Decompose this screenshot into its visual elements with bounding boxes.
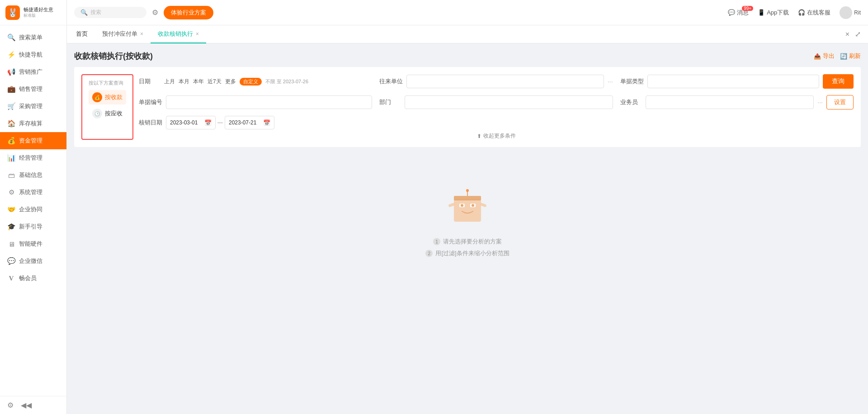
empty-hint-2-text: 用[过滤]条件来缩小分析范围 [435,249,509,257]
quicknav-icon: ⚡ [7,51,15,59]
date-separator: — [217,119,223,126]
solution-button[interactable]: 体验行业方案 [164,6,213,19]
user-info[interactable]: Rit [840,6,861,19]
sidebar-item-system[interactable]: ⚙ 系统管理 [0,184,66,201]
tab-prepay-close[interactable]: × [140,31,143,37]
service-item[interactable]: 🎧 在线客服 [798,9,830,17]
svg-rect-1 [454,196,481,200]
sidebar-item-inventory[interactable]: 🏠 库存核算 [0,115,66,132]
writeoff-end-date[interactable]: 2023-07-21 📅 [225,116,274,129]
sidebar-item-basic[interactable]: 🗃 基础信息 [0,167,66,184]
app-download-icon: 📱 [758,9,765,16]
date-tab-thismonth[interactable]: 本月 [179,77,189,86]
topbar-search-box[interactable]: 🔍 搜索 [74,7,146,18]
collapse-more-btn[interactable]: ⬆ 收起更多条件 [139,132,854,140]
tab-prepay[interactable]: 预付冲应付单 × [95,25,151,43]
staff-label: 业务员 [620,98,642,106]
logo: 🐰 畅捷通好生意 标准版 [0,0,66,25]
wechat-icon: 💬 [7,257,15,265]
sidebar-item-finance[interactable]: 💰 资金管理 [0,132,66,149]
sidebar-item-search[interactable]: 🔍 搜索菜单 [0,29,66,46]
date-tab-custom[interactable]: 自定义 [240,78,262,86]
avatar [840,6,852,19]
dept-select[interactable] [405,95,613,109]
dept-field: 部门 [379,95,613,109]
page-title: 收款核销执行(按收款) [74,51,153,62]
expand-window-icon[interactable]: ⤢ [853,28,863,40]
user-name: Rit [854,10,861,16]
sales-icon: 💼 [7,85,15,93]
writeoff-start-date[interactable]: 2023-03-01 📅 [166,116,216,129]
collapse-sidebar-icon[interactable]: ◀◀ [21,401,32,409]
staff-more-icon[interactable]: ··· [817,99,823,106]
setting-button[interactable]: 设置 [826,95,854,109]
sidebar-item-label: 智能硬件 [19,240,42,248]
sidebar-item-label: 销售管理 [19,85,42,93]
sidebar-item-quicknav[interactable]: ⚡ 快捷导航 [0,46,66,63]
sidebar-item-purchase[interactable]: 🛒 采购管理 [0,98,66,115]
payment-option-icon: 💰 [92,92,102,102]
filter-by-payment[interactable]: 💰 按收款 [89,90,126,105]
sidebar-item-hardware[interactable]: 🖥 智能硬件 [0,235,66,252]
sidebar-item-management[interactable]: 📊 经营管理 [0,149,66,167]
management-icon: 📊 [7,154,15,162]
date-field: 日期 上月 本月 本年 近7天 更多 自定义 不限 至 2023-07-26 [139,77,372,86]
counterparty-input[interactable] [406,75,604,88]
counterparty-more-icon[interactable]: ··· [608,78,613,85]
filter-by-receivable[interactable]: 🕒 按应收 [89,106,126,121]
writeoff-start-date-text: 2023-03-01 [170,119,198,126]
main-content: 🔍 搜索 ⚙ 体验行业方案 💬 消息 99+ 📱 App下载 🎧 在线客服 Ri… [67,0,868,414]
service-icon: 🎧 [798,9,805,16]
date-tab-lastmonth[interactable]: 上月 [164,77,175,86]
tab-home[interactable]: 首页 [69,25,95,43]
sidebar-item-label: 快捷导航 [19,51,42,59]
sidebar-item-member[interactable]: V 畅会员 [0,270,66,287]
guide-icon: 🎓 [7,223,15,231]
search-icon: 🔍 [80,9,88,16]
doctype-label: 单据类型 [620,77,644,86]
date-tab-thisyear[interactable]: 本年 [193,77,204,86]
sidebar-item-sales[interactable]: 💼 销售管理 [0,81,66,98]
svg-rect-0 [454,199,481,222]
counterparty-label: 往来单位 [379,77,403,86]
svg-point-4 [461,204,463,207]
refresh-button[interactable]: 🔄 刷新 [840,52,861,60]
close-window-icon[interactable]: × [844,29,851,40]
export-icon: 📤 [814,53,821,60]
member-icon: V [7,275,15,282]
doctype-field: 单据类型 查询 [620,74,854,89]
sidebar-item-guide[interactable]: 🎓 新手引导 [0,218,66,235]
collapse-label: 收起更多条件 [483,132,516,140]
filter-area: 按以下方案查询 💰 按收款 🕒 按应收 日期 上月 [74,67,861,147]
tab-writeoff-close[interactable]: × [196,31,199,37]
purchase-icon: 🛒 [7,102,15,110]
empty-state: 1 请先选择要分析的方案 2 用[过滤]条件来缩小分析范围 [74,147,861,294]
sidebar-item-label: 资金管理 [19,137,42,145]
app-download-item[interactable]: 📱 App下载 [758,9,789,17]
message-item[interactable]: 💬 消息 99+ [728,9,749,17]
doctype-select[interactable] [647,75,819,88]
docno-input[interactable] [166,95,372,109]
query-button[interactable]: 查询 [823,74,854,89]
sidebar-item-label: 畅会员 [19,274,37,282]
sidebar-item-label: 搜索菜单 [19,33,42,42]
search-menu-icon: 🔍 [7,33,15,42]
date-tab-7days[interactable]: 近7天 [208,77,222,86]
sidebar-item-wechat[interactable]: 💬 企业微信 [0,252,66,270]
settings-bottom-icon[interactable]: ⚙ [7,401,14,409]
filter-row-2: 单据编号 部门 业务员 ··· 设置 [139,95,854,109]
sidebar-item-marketing[interactable]: 📢 营销推广 [0,63,66,81]
title-actions: 📤 导出 🔄 刷新 [814,52,861,60]
sidebar: 🐰 畅捷通好生意 标准版 🔍 搜索菜单 ⚡ 快捷导航 📢 营销推广 💼 销售管理… [0,0,67,414]
topbar-gear-icon[interactable]: ⚙ [152,8,158,17]
date-tab-more[interactable]: 更多 [225,77,236,86]
export-button[interactable]: 📤 导出 [814,52,835,60]
filter-row-3: 核销日期 2023-03-01 📅 — 2023-07-21 📅 [139,116,854,129]
page-content: 收款核销执行(按收款) 📤 导出 🔄 刷新 按以下方案查询 💰 按收款 [67,43,868,414]
topbar: 🔍 搜索 ⚙ 体验行业方案 💬 消息 99+ 📱 App下载 🎧 在线客服 Ri… [67,0,868,25]
tab-bar: 首页 预付冲应付单 × 收款核销执行 × × ⤢ [67,25,868,43]
sidebar-item-label: 企业协同 [19,205,42,214]
sidebar-item-collab[interactable]: 🤝 企业协同 [0,201,66,218]
staff-input[interactable] [646,95,814,109]
tab-writeoff[interactable]: 收款核销执行 × [151,25,206,43]
